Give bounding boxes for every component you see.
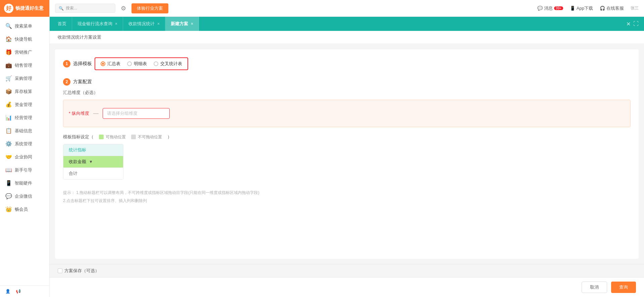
online-support-button[interactable]: 🎧 在线客服 [600, 5, 624, 11]
dimension-sublabel: 汇总维度（必选） [63, 90, 631, 96]
tab-bar: 首页现金银行流水查询×收款情况统计×新建方案× ✕ ⛶ [50, 17, 644, 31]
sidebar: 好 畅捷通好生意 🔍搜索菜单🏠快捷导航🎁营销推广💼销售管理🛒采购管理📦库存核算💰… [0, 0, 50, 297]
drag-legend: 可拖动位置 [99, 134, 126, 140]
hint-line1: 提示： 1.拖动标题栏可以调整布局，不可跨维度或指标区域拖动目字段(只能在同一维… [63, 189, 631, 197]
sidebar-label-1: 快捷导航 [15, 36, 32, 42]
sidebar-icon-6: 💰 [5, 101, 12, 108]
search-placeholder: 搜索... [66, 5, 77, 11]
radio-cross-label: 交叉统计表 [160, 61, 182, 67]
template-select-box: 汇总表 明细表 交叉统计表 [95, 57, 188, 70]
radio-detail[interactable]: 明细表 [127, 61, 147, 67]
sidebar-footer-icon2[interactable]: 📢 [16, 289, 21, 294]
sidebar-icon-1: 🏠 [5, 36, 12, 42]
section1-title: 选择模板 [73, 61, 92, 67]
indicator-table-header: 统计指标 [63, 144, 123, 156]
sidebar-item-11[interactable]: 📖新手引导 [0, 163, 49, 177]
tab-item-1[interactable]: 现金银行流水查询× [72, 17, 123, 31]
sidebar-item-3[interactable]: 💼销售管理 [0, 59, 49, 72]
message-icon: 💬 [537, 6, 543, 11]
sidebar-label-4: 采购管理 [15, 76, 32, 82]
sidebar-item-4[interactable]: 🛒采购管理 [0, 72, 49, 85]
indicator-subtotal: 合计 [63, 167, 123, 179]
sidebar-item-0[interactable]: 🔍搜索菜单 [0, 19, 49, 33]
tab-label-2: 收款情况统计 [128, 21, 155, 27]
sidebar-label-12: 智能硬件 [15, 180, 32, 186]
sidebar-item-8[interactable]: 📋基础信息 [0, 124, 49, 137]
main-area: 🔍 搜索... ⚙ 体验行业方案 💬 消息 99+ 📱 App下载 🎧 在线客服… [50, 0, 644, 297]
sidebar-item-1[interactable]: 🏠快捷导航 [0, 33, 49, 46]
search-icon: 🔍 [59, 6, 64, 11]
settings-icon[interactable]: ⚙ [121, 5, 126, 12]
tab-close-1[interactable]: × [115, 21, 117, 26]
sidebar-label-10: 企业协同 [15, 154, 32, 160]
tab-label-1: 现金银行流水查询 [77, 21, 112, 27]
dimension-select-placeholder: 请选择分组维度 [107, 111, 138, 116]
sidebar-item-14[interactable]: 👑畅会员 [0, 203, 49, 216]
sidebar-icon-3: 💼 [5, 62, 12, 68]
sidebar-item-13[interactable]: 💬企业微信 [0, 190, 49, 203]
header-right: 💬 消息 99+ 📱 App下载 🎧 在线客服 张三 [537, 5, 639, 11]
sidebar-icon-10: 🤝 [5, 154, 12, 160]
nodrag-legend: 不可拖动位置 [131, 134, 162, 140]
tab-label-3: 新建方案 [171, 21, 188, 27]
tab-close-2[interactable]: × [157, 21, 160, 26]
sidebar-icon-8: 📋 [5, 128, 12, 134]
sidebar-icon-13: 💬 [5, 193, 12, 199]
radio-cross[interactable]: 交叉统计表 [154, 61, 182, 67]
content-area: 收款情况统计方案设置 1 选择模板 汇总表 明细表 [50, 31, 644, 297]
bottom-bar: 方案保存（可选） [50, 264, 644, 277]
tab-item-3[interactable]: 新建方案× [165, 17, 199, 31]
download-icon: 📱 [570, 6, 575, 11]
search-box[interactable]: 🔍 搜索... [55, 4, 115, 13]
sidebar-item-9[interactable]: ⚙️系统管理 [0, 137, 49, 150]
sidebar-item-12[interactable]: 📱智能硬件 [0, 177, 49, 190]
hints-area: 提示： 1.拖动标题栏可以调整布局，不可跨维度或指标区域拖动目字段(只能在同一维… [63, 189, 631, 205]
save-checkbox-box[interactable] [58, 268, 62, 273]
hint-line2: 2.点击标题栏下拉可设置排序、插入列和删除列 [63, 197, 631, 205]
sidebar-icon-4: 🛒 [5, 75, 12, 82]
main-card: 1 选择模板 汇总表 明细表 交叉统计表 [55, 49, 639, 259]
sidebar-nav: 🔍搜索菜单🏠快捷导航🎁营销推广💼销售管理🛒采购管理📦库存核算💰资金管理📊经营管理… [0, 17, 49, 285]
radio-summary[interactable]: 汇总表 [101, 61, 120, 67]
app-download-button[interactable]: 📱 App下载 [570, 5, 593, 11]
tab-maximize-icon[interactable]: ⛶ [633, 21, 639, 27]
sidebar-label-2: 营销推广 [15, 49, 32, 55]
tab-close-icon[interactable]: ✕ [626, 21, 631, 27]
sidebar-footer-icon1[interactable]: 👤 [5, 289, 10, 294]
sidebar-item-2[interactable]: 🎁营销推广 [0, 46, 49, 59]
app-download-label: App下载 [577, 5, 593, 11]
trial-button[interactable]: 体验行业方案 [131, 3, 168, 13]
query-button[interactable]: 查询 [611, 282, 636, 293]
sidebar-icon-7: 📊 [5, 114, 12, 121]
drag-legend-box [99, 135, 104, 139]
sidebar-icon-2: 🎁 [5, 49, 12, 55]
tab-close-3[interactable]: × [191, 21, 193, 26]
cancel-button[interactable]: 取消 [582, 282, 607, 293]
indicator-label-close: ） [167, 134, 172, 140]
sidebar-item-10[interactable]: 🤝企业协同 [0, 150, 49, 163]
sidebar-label-14: 畅会员 [15, 206, 28, 212]
save-label: 方案保存（可选） [64, 268, 99, 274]
sidebar-label-11: 新手引导 [15, 167, 32, 173]
sidebar-label-8: 基础信息 [15, 128, 32, 134]
indicator-label-text: 模板指标设定（ [63, 134, 94, 140]
indicator-table-cell[interactable]: 收款金额 ▼ [63, 156, 123, 167]
page-title: 收款情况统计方案设置 [50, 31, 644, 44]
radio-detail-label: 明细表 [134, 61, 147, 67]
save-checkbox[interactable]: 方案保存（可选） [58, 268, 99, 274]
tab-item-0[interactable]: 首页 [52, 17, 72, 31]
tab-item-2[interactable]: 收款情况统计× [123, 17, 165, 31]
username-label: 张三 [631, 5, 639, 11]
sidebar-item-6[interactable]: 💰资金管理 [0, 98, 49, 111]
dimension-arrow: — [93, 110, 99, 116]
nodrag-legend-label: 不可拖动位置 [138, 134, 162, 140]
sidebar-icon-9: ⚙️ [5, 141, 12, 147]
message-button[interactable]: 💬 消息 99+ [537, 5, 563, 11]
sidebar-item-5[interactable]: 📦库存核算 [0, 85, 49, 98]
sidebar-item-7[interactable]: 📊经营管理 [0, 111, 49, 124]
sidebar-label-5: 库存核算 [15, 89, 32, 95]
dimension-select[interactable]: 请选择分组维度 [103, 108, 170, 119]
online-support-label: 在线客服 [606, 5, 624, 11]
support-icon: 🎧 [600, 6, 605, 11]
section2-title: 方案配置 [73, 79, 92, 85]
